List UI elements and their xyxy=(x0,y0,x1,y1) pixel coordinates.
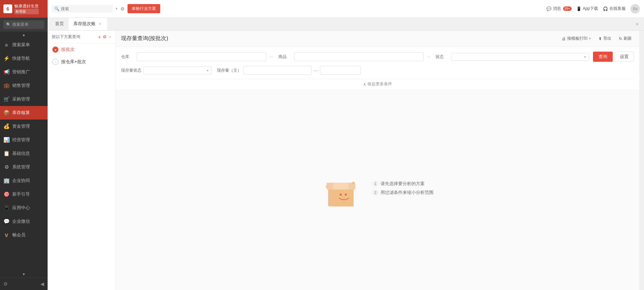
collapse-more-conditions[interactable]: ∧ 收起更多条件 xyxy=(121,79,634,89)
operations-icon: 📊 xyxy=(3,137,10,143)
new-guide-icon: 🎯 xyxy=(3,191,10,197)
sidebar-item-system[interactable]: ⚙ 系统管理 xyxy=(0,160,48,174)
stock-qty-end-input[interactable] xyxy=(320,66,361,75)
panel-close-icon[interactable]: × xyxy=(633,20,641,28)
content-area: 按以下方案查询 + ⚙ « ● 按批次 ○ 按仓库+批次 现存量查询(按批次) xyxy=(48,31,644,290)
topbar-search-box[interactable]: 🔍 xyxy=(52,5,113,13)
export-button[interactable]: ⬆ 导出 xyxy=(596,35,613,42)
message-action[interactable]: 💬 消息 99+ xyxy=(546,6,572,12)
topbar-gear-icon[interactable]: ⚙ xyxy=(120,6,125,12)
sidebar-item-inventory[interactable]: 📦 库存核算 xyxy=(0,106,48,120)
print-icon: 🖨 xyxy=(562,36,566,41)
scheme-settings-icon[interactable]: ⚙ xyxy=(103,34,107,39)
tab-home[interactable]: 首页 xyxy=(50,18,69,30)
scheme-panel: 按以下方案查询 + ⚙ « ● 按批次 ○ 按仓库+批次 xyxy=(48,31,116,290)
scheme-item-by-warehouse-batch[interactable]: ○ 按仓库+批次 xyxy=(48,56,115,68)
system-icon: ⚙ xyxy=(3,164,10,170)
scheme-dot-inactive: ○ xyxy=(52,59,58,65)
sales-icon: 💼 xyxy=(3,83,10,89)
tab-inventory-batch[interactable]: 库存批次账 × xyxy=(69,18,107,30)
tab-close-icon[interactable]: × xyxy=(98,21,102,26)
sidebar-scroll-down[interactable]: ▼ xyxy=(0,271,48,277)
scheme-dot-active: ● xyxy=(52,47,58,53)
sidebar-item-vip-member[interactable]: V 畅会员 xyxy=(0,228,48,242)
search-menu-icon: ≡ xyxy=(3,42,10,48)
stock-qty-label: 现存量（主） xyxy=(217,68,241,73)
scheme-panel-header: 按以下方案查询 + ⚙ « xyxy=(48,31,115,43)
query-title-bar: 现存量查询(按批次) 🖨 按模板打印 ▾ ⬆ 导出 ↻ 刷新 xyxy=(116,31,639,47)
sidebar-item-sales[interactable]: 💼 销售管理 xyxy=(0,79,48,92)
right-scrollbar[interactable] xyxy=(639,31,644,290)
topbar-actions: 💬 消息 99+ 📱 App下载 🎧 在线客服 Rit xyxy=(546,4,640,14)
warehouse-input[interactable] xyxy=(137,52,267,61)
sidebar-footer: ⚙ ◀ xyxy=(0,277,48,290)
stock-status-select[interactable]: ▾ xyxy=(143,67,211,74)
refresh-button[interactable]: ↻ 刷新 xyxy=(617,35,634,42)
tip-item-2: 2 用过滤条件来缩小分析范围 xyxy=(372,189,434,196)
enterprise-wechat-icon: 💬 xyxy=(3,218,10,224)
sidebar-search[interactable]: 🔍 搜索菜单 xyxy=(0,18,48,32)
app-center-icon: 📱 xyxy=(3,205,10,211)
query-button[interactable]: 查询 xyxy=(593,52,613,62)
tabs-bar: 首页 库存批次账 × × xyxy=(48,18,644,31)
app-download-action[interactable]: 📱 App下载 xyxy=(576,6,598,12)
svg-point-4 xyxy=(345,194,347,196)
topbar-search-input[interactable] xyxy=(61,6,95,11)
scheme-panel-actions: + ⚙ « xyxy=(98,34,111,40)
sidebar-item-purchase[interactable]: 🛒 采购管理 xyxy=(0,92,48,106)
sidebar-item-app-center[interactable]: 📱 应用中心 xyxy=(0,201,48,215)
empty-tips: 1 请先选择要分析的方案 2 用过滤条件来缩小分析范围 xyxy=(372,181,434,198)
experience-industry-button[interactable]: 体验行业方案 xyxy=(128,4,160,13)
online-service-action[interactable]: 🎧 在线客服 xyxy=(603,6,626,12)
product-more-btn[interactable]: ··· xyxy=(426,55,431,59)
tip-item-1: 1 请先选择要分析的方案 xyxy=(372,181,434,187)
svg-rect-2 xyxy=(333,183,349,189)
collapse-sidebar-icon[interactable]: ◀ xyxy=(40,281,44,287)
scheme-item-by-batch[interactable]: ● 按批次 xyxy=(48,43,115,56)
empty-illustration: ✦ ✦ xyxy=(321,169,362,210)
sidebar-item-new-guide[interactable]: 🎯 新手引导 xyxy=(0,187,48,201)
message-icon: 💬 xyxy=(546,6,552,11)
print-template-button[interactable]: 🖨 按模板打印 ▾ xyxy=(560,35,593,42)
warehouse-more-btn[interactable]: ··· xyxy=(269,55,274,59)
topbar-dropdown-icon[interactable]: ▾ xyxy=(116,6,118,11)
stock-qty-group: 现存量（主） — xyxy=(217,66,361,75)
settings-footer-icon[interactable]: ⚙ xyxy=(3,281,8,287)
online-service-icon: 🎧 xyxy=(603,6,608,11)
svg-text:✦: ✦ xyxy=(351,180,355,185)
stock-qty-start-input[interactable] xyxy=(243,66,311,75)
svg-point-3 xyxy=(340,194,342,196)
user-profile[interactable]: Rit xyxy=(630,4,640,14)
sidebar-item-search-menu[interactable]: ≡ 搜索菜单 xyxy=(0,38,48,52)
sidebar-item-finance[interactable]: 💰 资金管理 xyxy=(0,120,48,133)
sidebar-item-enterprise[interactable]: 🏢 企业协同 xyxy=(0,174,48,187)
user-avatar: Rit xyxy=(630,4,640,14)
stock-status-group: 现存量状态 ▾ xyxy=(121,67,211,74)
scheme-add-icon[interactable]: + xyxy=(98,34,101,40)
filter-row-2: 现存量状态 ▾ 现存量（主） — xyxy=(121,66,634,75)
product-input[interactable] xyxy=(294,52,424,61)
sidebar-scroll-up[interactable]: ▲ xyxy=(0,32,48,38)
range-separator: — xyxy=(313,68,318,73)
product-filter-group: 商品 ··· xyxy=(278,52,432,61)
search-icon: 🔍 xyxy=(6,22,11,27)
sidebar-item-quick-nav[interactable]: ⚡ 快捷导航 xyxy=(0,52,48,65)
sidebar-item-basic-info[interactable]: 📋 基础信息 xyxy=(0,147,48,160)
filter-row-1: 仓库 ··· 商品 ··· 状态 ▾ xyxy=(121,52,634,62)
scheme-collapse-icon[interactable]: « xyxy=(109,35,111,39)
settings-button[interactable]: 设置 xyxy=(615,52,634,62)
marketing-icon: 📢 xyxy=(3,69,10,75)
query-area: 现存量查询(按批次) 🖨 按模板打印 ▾ ⬆ 导出 ↻ 刷新 xyxy=(116,31,639,290)
filter-form: 仓库 ··· 商品 ··· 状态 ▾ xyxy=(116,47,639,89)
product-label: 商品 xyxy=(278,54,292,60)
warehouse-label: 仓库 xyxy=(121,54,135,60)
vip-member-icon: V xyxy=(3,232,10,238)
sidebar-item-operations[interactable]: 📊 经营管理 xyxy=(0,133,48,147)
inventory-icon: 📦 xyxy=(3,110,10,116)
print-dropdown-icon[interactable]: ▾ xyxy=(589,36,591,41)
status-select[interactable]: ▾ xyxy=(451,53,589,61)
warehouse-filter-group: 仓库 ··· xyxy=(121,52,274,61)
sidebar-item-marketing[interactable]: 📢 营销推广 xyxy=(0,65,48,79)
sidebar-item-enterprise-wechat[interactable]: 💬 企业微信 xyxy=(0,215,48,228)
finance-icon: 💰 xyxy=(3,123,10,129)
